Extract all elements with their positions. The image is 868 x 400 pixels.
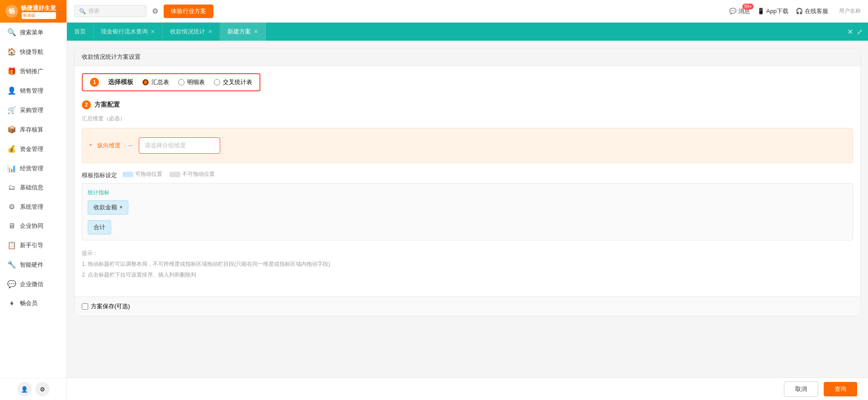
sidebar-item-enterprise[interactable]: 🖥 企业协同	[0, 216, 66, 235]
query-button[interactable]: 查询	[824, 382, 857, 396]
step2-header: 2 方案配置	[82, 100, 853, 109]
download-button[interactable]: 📱 App下载	[757, 7, 788, 15]
message-button[interactable]: 💬 消息 99+	[729, 7, 750, 15]
home-icon: 🏠	[7, 47, 16, 56]
cart-icon: 🛒	[7, 106, 16, 114]
step2-num: 2	[82, 100, 91, 109]
tab-receipt-stats-close[interactable]: ✕	[208, 28, 212, 35]
download-label: App下载	[766, 7, 788, 15]
sidebar-item-wechat[interactable]: 💬 企业微信	[0, 274, 66, 294]
metrics-section-label: 统计指标	[88, 189, 847, 197]
dimension-arrow: →	[126, 141, 133, 150]
hardware-icon: 🔧	[7, 260, 16, 269]
sidebar-item-finance[interactable]: 💰 资金管理	[0, 139, 66, 159]
service-button[interactable]: 🎧 在线客服	[796, 7, 828, 15]
sidebar-item-smart-hw[interactable]: 🔧 智能硬件	[0, 255, 66, 274]
gift-icon: 🎁	[7, 67, 16, 75]
sidebar-item-inventory[interactable]: 📦 库存核算	[0, 120, 66, 139]
dimension-area: * 纵向维度 → 请选择分组维度	[82, 128, 853, 163]
metric-total: 合计	[88, 220, 111, 235]
tab-bank-flow[interactable]: 现金银行流水查询 ✕	[94, 23, 163, 41]
sidebar-item-purchase[interactable]: 🛒 采购管理	[0, 100, 66, 120]
sidebar-item-label: 畅会员	[20, 299, 38, 307]
logo-icon: 畅	[5, 5, 18, 18]
sidebar-item-label: 企业微信	[20, 280, 43, 288]
sidebar-item-label: 快捷导航	[20, 48, 43, 56]
sidebar-bottom-icon2[interactable]: ⚙	[35, 382, 50, 396]
note-draggable: 可拖动位置	[123, 170, 162, 178]
page-title: 收款情况统计方案设置	[82, 53, 141, 60]
footer-bar: 取消 查询	[67, 377, 868, 400]
sidebar-item-label: 采购管理	[20, 106, 43, 114]
tip2: 2. 点击标题栏下拉可设置排序、插入列和删除列	[82, 269, 853, 280]
content-area: 收款情况统计方案设置 1 选择模板 汇总表	[67, 41, 868, 377]
tab-bank-flow-close[interactable]: ✕	[151, 28, 155, 35]
sidebar-item-basic-info[interactable]: 🗂 基础信息	[0, 178, 66, 197]
chevron-down-icon: ▾	[120, 204, 123, 210]
dimension-placeholder: 请选择分组维度	[145, 142, 186, 149]
sidebar-item-label: 系统管理	[20, 203, 43, 211]
tab-home-label: 首页	[74, 28, 86, 36]
save-checkbox[interactable]	[82, 303, 88, 310]
radio-summary-input[interactable]	[142, 79, 149, 85]
template-selection-box: 1 选择模板 汇总表 明细表	[82, 73, 260, 91]
dimension-select[interactable]: 请选择分组维度	[139, 137, 220, 154]
member-icon: ♦	[7, 299, 16, 307]
sidebar-item-label: 库存核算	[20, 126, 43, 134]
sidebar-item-label: 搜索菜单	[20, 28, 43, 37]
panel-header: 收款情况统计方案设置	[75, 48, 860, 66]
sidebar-item-search-menu[interactable]: 🔍 搜索菜单	[0, 23, 66, 42]
draggable-label: 可拖动位置	[135, 170, 162, 178]
cancel-button[interactable]: 取消	[784, 381, 818, 397]
sidebar-item-quick-nav[interactable]: 🏠 快捷导航	[0, 42, 66, 61]
step1-label: 选择模板	[108, 78, 133, 86]
radio-detail-label: 明细表	[187, 78, 205, 86]
sidebar-bottom: 👤 ⚙	[0, 378, 66, 400]
settings-icon[interactable]: ⚙	[152, 7, 158, 15]
search-icon: 🔍	[79, 8, 86, 14]
radio-cross[interactable]: 交叉统计表	[214, 78, 252, 86]
tab-receipt-stats-label: 收款情况统计	[170, 28, 205, 36]
radio-detail[interactable]: 明细表	[178, 78, 205, 86]
sidebar-item-operations[interactable]: 📊 经营管理	[0, 159, 66, 178]
tab-close-all-icon[interactable]: ✕	[847, 28, 853, 36]
sidebar-item-label: 智能硬件	[20, 261, 43, 269]
sidebar-item-system[interactable]: ⚙ 系统管理	[0, 197, 66, 216]
dimension-config-label: 汇总维度（必选）	[82, 115, 853, 122]
sidebar-bottom-icon1[interactable]: 👤	[17, 382, 32, 396]
note-fixed: 不可拖动位置	[170, 170, 215, 178]
sidebar-item-label: 经营管理	[20, 165, 43, 173]
save-option-label: 方案保存(可选)	[91, 302, 130, 311]
sidebar-item-sales[interactable]: 👤 销售管理	[0, 81, 66, 100]
chart-icon: 📊	[7, 164, 16, 173]
sidebar-item-label: 企业协同	[20, 222, 43, 230]
tab-home[interactable]: 首页	[67, 23, 94, 41]
tab-new-plan-label: 新建方案	[227, 28, 251, 36]
radio-summary-label: 汇总表	[151, 78, 169, 86]
sidebar-item-member[interactable]: ♦ 畅会员	[0, 294, 66, 313]
topbar-search-box[interactable]: 🔍 搜索	[74, 5, 146, 17]
radio-detail-input[interactable]	[178, 79, 184, 85]
tab-new-plan[interactable]: 新建方案 ✕	[220, 23, 266, 41]
download-icon: 📱	[757, 8, 764, 14]
trial-button[interactable]: 体验行业方案	[164, 5, 213, 18]
tip1: 1. 拖动标题栏可以调整布局，不可跨维度或指标区域拖动栏目段(只能在同一维度或指…	[82, 259, 853, 269]
metric-total-label: 合计	[94, 223, 105, 231]
step1-section: 1 选择模板 汇总表 明细表	[82, 73, 853, 91]
dimension-title: 汇总维度（必选）	[82, 115, 125, 122]
radio-cross-input[interactable]	[214, 79, 220, 85]
metrics-note: 可拖动位置 不可拖动位置	[123, 170, 215, 178]
search-menu-icon: 🔍	[7, 28, 16, 37]
sidebar-item-marketing[interactable]: 🎁 营销推广	[0, 61, 66, 81]
metrics-card-area: 统计指标 收款金额 ▾ 合计	[82, 183, 853, 240]
sidebar-item-guide[interactable]: 📋 新手引导	[0, 235, 66, 255]
draggable-badge	[123, 172, 133, 177]
radio-summary[interactable]: 汇总表	[142, 78, 169, 86]
metric-card-amount[interactable]: 收款金额 ▾	[88, 200, 128, 215]
tab-expand-icon[interactable]: ⤢	[857, 28, 863, 36]
radio-cross-label: 交叉统计表	[223, 78, 252, 86]
step2-section: 2 方案配置 汇总维度（必选） * 纵向维度 → 请选择分组维度	[82, 100, 853, 280]
tab-new-plan-close[interactable]: ✕	[254, 28, 258, 35]
tab-receipt-stats[interactable]: 收款情况统计 ✕	[163, 23, 220, 41]
gear-icon: ⚙	[7, 202, 16, 211]
